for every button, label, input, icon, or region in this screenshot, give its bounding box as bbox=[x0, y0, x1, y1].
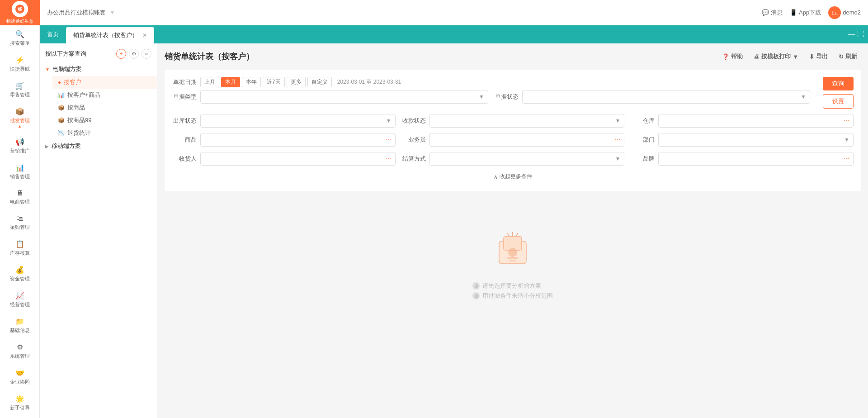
help-btn[interactable]: ❓ 帮助 bbox=[718, 51, 746, 62]
add-scheme-btn[interactable]: + bbox=[116, 49, 126, 59]
page-title-text: 销货单统计表（按客户） bbox=[165, 51, 254, 62]
tree-sub-return-stat[interactable]: 📉 退货统计 bbox=[52, 127, 157, 139]
collect-status-label: 收款状态 bbox=[401, 117, 426, 125]
sidebar-item-operation[interactable]: 📈 经营管理 bbox=[0, 287, 39, 313]
sidebar-item-inventory[interactable]: 📋 库存核算 bbox=[0, 235, 39, 261]
sidebar-item-wholesale[interactable]: 📦 批发管理 ▲ bbox=[0, 103, 39, 133]
tree-sub-by-goods[interactable]: 📦 按商品 bbox=[52, 101, 157, 114]
tree-item-desktop-label: 电脑端方案 bbox=[52, 65, 82, 73]
staff-dots[interactable]: ··· bbox=[614, 136, 620, 144]
query-button[interactable]: 查询 bbox=[823, 77, 854, 90]
staff-label: 业务员 bbox=[401, 136, 426, 144]
tab-sales-stat[interactable]: 销货单统计表（按客户） ✕ bbox=[66, 27, 154, 43]
settlement-select[interactable]: ▼ bbox=[429, 152, 625, 166]
type-select-arrow: ▼ bbox=[479, 94, 484, 100]
help-icon: ❓ bbox=[722, 53, 729, 60]
tab-home[interactable]: 首页 bbox=[40, 25, 66, 43]
sidebar-item-newbie[interactable]: 🌟 新手引导 bbox=[0, 390, 39, 416]
breadcrumb-arrow: ▼ bbox=[109, 9, 115, 16]
app-download-btn[interactable]: 📱 App下载 bbox=[790, 9, 821, 17]
goods-select[interactable]: ··· bbox=[200, 133, 396, 147]
tip-num-1: ① bbox=[472, 282, 480, 290]
right-panel: 销货单统计表（按客户） ❓ 帮助 🖨 按模板打印 ▼ ⬇ 导出 bbox=[157, 43, 868, 418]
sidebar-item-system[interactable]: ⚙ 系统管理 bbox=[0, 338, 39, 364]
collapse-panel-btn[interactable]: « bbox=[142, 49, 151, 59]
settlement-label: 结算方式 bbox=[401, 155, 426, 163]
message-icon: 💬 bbox=[762, 9, 769, 16]
filter-date-section: 单据日期 上月 本月 本年 近7天 更多 自定义 2023-03-01 至 20… bbox=[172, 77, 810, 104]
collect-status-select[interactable]: ▼ bbox=[429, 114, 625, 128]
tree-item-desktop[interactable]: ▼ 电脑端方案 bbox=[40, 62, 157, 76]
out-status-select[interactable]: ▼ bbox=[200, 114, 396, 128]
tip-num-2: ② bbox=[472, 292, 480, 299]
return-stat-label: 退货统计 bbox=[67, 129, 91, 137]
goods-dots[interactable]: ··· bbox=[385, 136, 391, 144]
warehouse-select[interactable]: ··· bbox=[658, 114, 854, 128]
sidebar-item-retail[interactable]: 🛒 零售管理 bbox=[0, 77, 39, 103]
tree-sub-by-customer-goods[interactable]: 📊 按客户+商品 bbox=[52, 89, 157, 101]
sidebar-item-purchase[interactable]: 🛍 采购管理 bbox=[0, 210, 39, 235]
finance-icon: 💰 bbox=[15, 266, 24, 274]
sidebar-item-app-center[interactable]: 🔧 应用中心 bbox=[0, 416, 39, 418]
receiver-select[interactable]: ··· bbox=[200, 152, 396, 166]
sidebar-item-sales[interactable]: 📊 销售管理 bbox=[0, 159, 39, 185]
tree-item-mobile[interactable]: ▶ 移动端方案 bbox=[40, 139, 157, 153]
refresh-btn[interactable]: ↻ 刷新 bbox=[835, 51, 861, 62]
print-btn[interactable]: 🖨 按模板打印 ▼ bbox=[750, 51, 802, 62]
collapse-label: 收起更多条件 bbox=[500, 173, 532, 180]
brand-label: 品牌 bbox=[630, 155, 655, 163]
dept-select[interactable]: ▼ bbox=[658, 133, 854, 147]
message-btn[interactable]: 💬 消息 bbox=[762, 9, 783, 17]
return-stat-icon: 📉 bbox=[58, 130, 65, 136]
system-icon: ⚙ bbox=[17, 343, 23, 352]
tree-sub-by-customer[interactable]: ● 按客户 bbox=[52, 76, 157, 89]
sidebar-nav: 🔍 搜索菜单 ⚡ 快捷导航 🛒 零售管理 📦 批发管理 ▲ 📢 营销推广 📊 销… bbox=[0, 25, 39, 418]
maximize-icon[interactable]: ⛶ bbox=[857, 30, 864, 38]
logo-icon: 畅 bbox=[12, 1, 28, 17]
print-icon: 🖨 bbox=[754, 53, 760, 60]
date-last-month[interactable]: 上月 bbox=[200, 77, 219, 87]
minimize-icon[interactable]: — bbox=[848, 30, 855, 38]
by-customer-icon: ● bbox=[58, 79, 61, 86]
user-profile[interactable]: Ea demo2 bbox=[828, 6, 861, 19]
page-title-row: 销货单统计表（按客户） ❓ 帮助 🖨 按模板打印 ▼ ⬇ 导出 bbox=[165, 51, 861, 62]
sidebar-item-ecommerce[interactable]: 🖥 电商管理 bbox=[0, 185, 39, 210]
sidebar-item-basic[interactable]: 📁 基础信息 bbox=[0, 313, 39, 338]
brand-dots[interactable]: ··· bbox=[844, 155, 849, 163]
date-last-7[interactable]: 近7天 bbox=[263, 77, 285, 87]
status-select-arrow: ▼ bbox=[801, 94, 806, 100]
message-label: 消息 bbox=[771, 9, 783, 17]
svg-line-7 bbox=[516, 233, 518, 236]
sidebar: 畅 畅捷通好生意 🔍 搜索菜单 ⚡ 快捷导航 🛒 零售管理 📦 批发管理 ▲ 📢… bbox=[0, 0, 40, 418]
type-select[interactable]: ▼ bbox=[200, 90, 488, 104]
date-this-year[interactable]: 本年 bbox=[242, 77, 261, 87]
export-btn[interactable]: ⬇ 导出 bbox=[806, 51, 831, 62]
enterprise-icon: 🤝 bbox=[15, 369, 24, 377]
empty-tip1: 请先选择要分析的方案 bbox=[482, 282, 541, 290]
collapse-up-icon: ∧ bbox=[494, 174, 498, 180]
receiver-label: 收货人 bbox=[172, 155, 197, 163]
date-this-month[interactable]: 本月 bbox=[221, 77, 240, 87]
staff-select[interactable]: ··· bbox=[429, 133, 625, 147]
sidebar-item-marketing[interactable]: 📢 营销推广 bbox=[0, 133, 39, 159]
date-custom[interactable]: 自定义 bbox=[307, 77, 332, 87]
brand-select[interactable]: ··· bbox=[658, 152, 854, 166]
status-select[interactable]: ▼ bbox=[522, 90, 810, 104]
sidebar-item-enterprise[interactable]: 🤝 企业协同 bbox=[0, 364, 39, 390]
collapse-btn[interactable]: ∧ 收起更多条件 bbox=[172, 169, 854, 184]
tree-sub-by-goods-99[interactable]: 📦 按商品99 bbox=[52, 114, 157, 127]
purchase-icon: 🛍 bbox=[16, 214, 24, 223]
settings-scheme-btn[interactable]: ⚙ bbox=[129, 49, 139, 59]
warehouse-dots[interactable]: ··· bbox=[844, 117, 849, 125]
receiver-dots[interactable]: ··· bbox=[385, 155, 391, 163]
tree-item-mobile-label: 移动端方案 bbox=[52, 142, 81, 150]
date-buttons: 上月 本月 本年 近7天 更多 自定义 2023-03-01 至 2023-03… bbox=[200, 77, 401, 87]
sidebar-item-finance[interactable]: 💰 资金管理 bbox=[0, 261, 39, 287]
logo-svg: 畅 bbox=[14, 4, 25, 14]
sidebar-item-search[interactable]: 🔍 搜索菜单 bbox=[0, 25, 39, 51]
sidebar-item-quick-nav[interactable]: ⚡ 快捷导航 bbox=[0, 51, 39, 77]
date-more[interactable]: 更多 bbox=[287, 77, 306, 87]
tab-close-icon[interactable]: ✕ bbox=[142, 32, 147, 38]
topbar-right: 💬 消息 📱 App下载 Ea demo2 bbox=[762, 6, 861, 19]
settings-button[interactable]: 设置 bbox=[823, 94, 854, 109]
